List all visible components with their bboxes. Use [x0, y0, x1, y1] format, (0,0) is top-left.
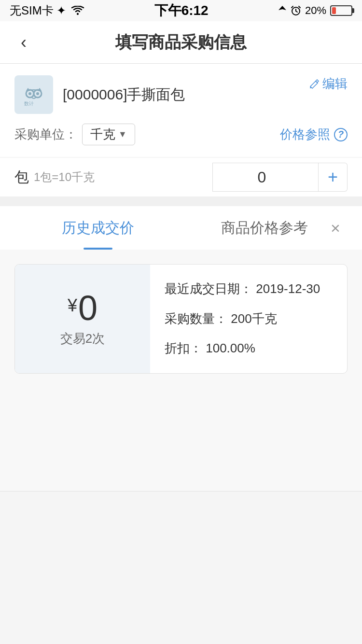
discount-label: 折扣：	[165, 341, 202, 355]
tab-product-label: 商品价格参考	[221, 218, 308, 238]
carrier-text: 无SIM卡 ✦	[10, 3, 66, 18]
back-button[interactable]: ‹	[12, 30, 36, 55]
recent-date-row: 最近成交日期： 2019-12-30	[165, 279, 333, 299]
time-display: 下午6:12	[154, 1, 209, 20]
status-bar: 无SIM卡 ✦ 下午6:12 20%	[0, 0, 362, 21]
price-number: 0	[78, 291, 97, 325]
quantity-section: 包 1包=10千克 +	[0, 158, 362, 196]
back-icon: ‹	[21, 32, 27, 53]
tab-history-label: 历史成交价	[62, 218, 134, 238]
status-bar-left: 无SIM卡 ✦	[10, 3, 84, 18]
purchase-qty-row: 采购数量： 200千克	[165, 309, 333, 329]
discount-row: 折扣： 100.00%	[165, 338, 333, 359]
tab-history-price[interactable]: 历史成交价	[14, 206, 181, 250]
svg-point-4	[28, 92, 31, 95]
qty-hint-label: 1包=10千克	[34, 169, 95, 185]
unit-left: 采购单位： 千克 ▼	[14, 124, 135, 145]
tabs-container: 历史成交价 商品价格参考 × ¥ 0 交易2次 最近成交日期： 2019-12-…	[0, 206, 362, 491]
plus-icon: +	[328, 167, 338, 187]
purchase-qty-value: 200千克	[231, 311, 277, 326]
price-card-right: 最近成交日期： 2019-12-30 采购数量： 200千克 折扣： 100.0…	[150, 265, 347, 373]
purchase-qty-label: 采购数量：	[165, 311, 227, 326]
quantity-label: 包 1包=10千克	[14, 168, 95, 187]
edit-icon	[309, 79, 320, 89]
unit-value: 千克	[90, 126, 115, 143]
location-icon	[278, 5, 287, 16]
price-reference-button[interactable]: 价格参照 ?	[280, 126, 348, 143]
unit-dropdown[interactable]: 千克 ▼	[82, 124, 135, 145]
product-logo: 数计	[14, 75, 53, 114]
unit-prefix-label: 采购单位：	[14, 126, 77, 143]
quantity-input-group: +	[212, 163, 348, 192]
page-title: 填写商品采购信息	[115, 31, 247, 54]
price-amount: ¥ 0	[68, 291, 97, 325]
recent-date-value: 2019-12-30	[256, 281, 320, 296]
price-card-left: ¥ 0 交易2次	[15, 265, 150, 373]
battery-fill	[332, 7, 336, 14]
tab-product-price[interactable]: 商品价格参考	[181, 206, 348, 250]
section-divider	[0, 196, 362, 206]
alarm-icon	[291, 5, 301, 16]
svg-point-0	[77, 13, 79, 15]
qty-unit-label: 包	[14, 168, 29, 187]
currency-symbol: ¥	[68, 295, 77, 316]
product-unit-row: 采购单位： 千克 ▼ 价格参照 ?	[14, 124, 348, 145]
status-bar-right: 20%	[278, 4, 352, 17]
price-trades: 交易2次	[60, 330, 105, 347]
price-card: ¥ 0 交易2次 最近成交日期： 2019-12-30 采购数量： 200千克 …	[14, 264, 348, 374]
svg-text:数计: 数计	[24, 101, 34, 106]
dropdown-arrow-icon: ▼	[118, 129, 127, 140]
product-logo-icon: 数计	[19, 80, 48, 109]
price-ref-label: 价格参照	[280, 126, 330, 143]
tab-active-indicator	[84, 248, 112, 250]
quantity-plus-button[interactable]: +	[319, 163, 348, 192]
svg-point-5	[36, 92, 39, 95]
product-header: 数计 [0000006]手撕面包 编辑	[14, 75, 348, 114]
product-section: 数计 [0000006]手撕面包 编辑 采购单位： 千克 ▼ 价格参照 ?	[0, 64, 362, 157]
tab-close-button[interactable]: ×	[323, 216, 348, 240]
battery-icon	[330, 5, 352, 16]
price-card-container: ¥ 0 交易2次 最近成交日期： 2019-12-30 采购数量： 200千克 …	[0, 250, 362, 491]
wifi-icon	[71, 6, 84, 15]
price-ref-question-icon: ?	[334, 128, 348, 141]
battery-percent: 20%	[305, 4, 326, 17]
recent-date-label: 最近成交日期：	[165, 281, 252, 296]
edit-label: 编辑	[322, 75, 348, 92]
nav-bar: ‹ 填写商品采购信息	[0, 21, 362, 64]
quantity-input[interactable]	[212, 163, 319, 192]
product-left: 数计 [0000006]手撕面包	[14, 75, 185, 114]
edit-button[interactable]: 编辑	[309, 75, 348, 92]
tabs-header: 历史成交价 商品价格参考 ×	[0, 206, 362, 250]
close-icon: ×	[331, 219, 340, 238]
product-name: [0000006]手撕面包	[63, 84, 185, 105]
discount-value: 100.00%	[206, 341, 255, 355]
